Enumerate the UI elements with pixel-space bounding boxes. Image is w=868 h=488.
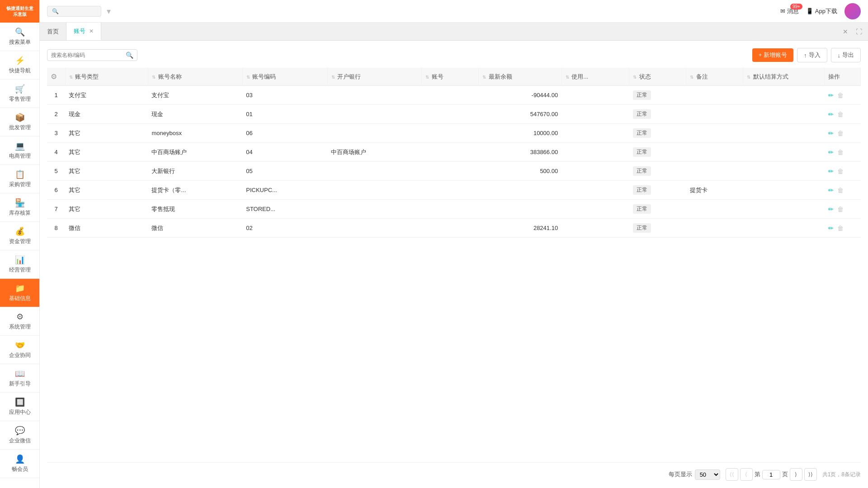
- toolbar-left: 🔍: [47, 49, 137, 61]
- col-usage[interactable]: ⇅ 使用...: [561, 68, 629, 86]
- col-settings[interactable]: ⚙: [47, 68, 65, 86]
- pagination-prev[interactable]: ⟨: [740, 468, 753, 481]
- sidebar-item-purchase[interactable]: 📋 采购管理: [0, 165, 39, 193]
- tab-expand-button[interactable]: ⛶: [854, 26, 864, 37]
- col-status[interactable]: ⇅ 状态: [629, 68, 686, 86]
- shortcut-icon: ⚡: [15, 56, 25, 66]
- edit-icon[interactable]: ✏: [828, 168, 834, 175]
- col-balance[interactable]: ⇅ 最新余额: [479, 68, 561, 86]
- sidebar-item-shortcut[interactable]: ⚡ 快捷导航: [0, 51, 39, 80]
- sidebar-item-wholesale[interactable]: 📦 批发管理: [0, 108, 39, 136]
- sort-type-icon: ⇅: [69, 75, 73, 80]
- search-input[interactable]: [51, 52, 126, 58]
- delete-icon[interactable]: 🗑: [837, 206, 844, 213]
- delete-icon[interactable]: 🗑: [837, 168, 844, 175]
- row-status: 正常: [629, 162, 686, 181]
- col-remark[interactable]: ⇅ 备注: [686, 68, 743, 86]
- sidebar-item-member[interactable]: 👤 畅会员: [0, 450, 39, 478]
- sidebar-item-inventory[interactable]: 🏪 库存核算: [0, 193, 39, 222]
- pagination-first[interactable]: ⟨⟨: [726, 468, 738, 481]
- sidebar-item-basicinfo[interactable]: 📁 基础信息: [0, 279, 39, 307]
- add-account-button[interactable]: + 新增账号: [752, 48, 793, 62]
- sidebar-item-guide[interactable]: 📖 新手引导: [0, 364, 39, 393]
- sort-account-icon: ⇅: [425, 75, 429, 80]
- tab-account[interactable]: 账号 ✕: [66, 23, 101, 40]
- pagination-last[interactable]: ⟩⟩: [804, 468, 817, 481]
- col-code[interactable]: ⇅ 账号编码: [242, 68, 327, 86]
- edit-icon[interactable]: ✏: [828, 225, 834, 232]
- sidebar-item-operations[interactable]: 📊 经营管理: [0, 250, 39, 279]
- delete-icon[interactable]: 🗑: [837, 130, 844, 137]
- per-page-select[interactable]: 50 100 200: [695, 469, 720, 480]
- sidebar-item-wechat[interactable]: 💬 企业微信: [0, 421, 39, 450]
- row-num: 8: [47, 219, 65, 238]
- dropdown-arrow[interactable]: ▾: [107, 6, 111, 16]
- app-download-icon: 📱: [806, 8, 813, 14]
- settings-col-icon[interactable]: ⚙: [51, 73, 57, 80]
- top-search-box[interactable]: 🔍: [47, 6, 101, 17]
- row-account: [422, 162, 479, 181]
- add-account-label: + 新增账号: [759, 51, 787, 59]
- sidebar-item-search[interactable]: 🔍 搜索菜单: [0, 23, 39, 51]
- table-header: ⚙ ⇅ 账号类型 ⇅ 账号名称 ⇅ 账号编码 ⇅: [47, 68, 861, 86]
- row-num: 7: [47, 200, 65, 219]
- col-settlement[interactable]: ⇅ 默认结算方式: [743, 68, 825, 86]
- import-button[interactable]: ↑ 导入: [797, 48, 827, 62]
- edit-icon[interactable]: ✏: [828, 111, 834, 118]
- col-action-label: 操作: [828, 73, 840, 80]
- row-settlement: [743, 143, 825, 162]
- row-actions: ✏ 🗑: [825, 124, 861, 143]
- app-download-button[interactable]: 📱 App下载: [806, 7, 837, 15]
- sidebar-item-agreement[interactable]: 🤝 企业协同: [0, 336, 39, 364]
- col-remark-label: 备注: [696, 73, 708, 80]
- row-code: 01: [242, 105, 327, 124]
- row-remark: 提货卡: [686, 181, 743, 200]
- page-input[interactable]: [762, 470, 780, 479]
- status-badge: 正常: [633, 223, 651, 233]
- sidebar-item-retail[interactable]: 🛒 零售管理: [0, 80, 39, 108]
- user-avatar[interactable]: [844, 3, 861, 19]
- delete-icon[interactable]: 🗑: [837, 187, 844, 194]
- tab-home[interactable]: 首页: [40, 23, 66, 40]
- pagination-next[interactable]: ⟩: [790, 468, 802, 481]
- status-badge: 正常: [633, 128, 651, 138]
- edit-icon[interactable]: ✏: [828, 149, 834, 156]
- agreement-icon: 🤝: [15, 340, 25, 350]
- member-icon: 👤: [15, 454, 25, 464]
- search-menu-icon: 🔍: [15, 27, 25, 37]
- sidebar-item-ecommerce[interactable]: 💻 电商管理: [0, 136, 39, 165]
- col-type[interactable]: ⇅ 账号类型: [65, 68, 148, 86]
- row-settlement: [743, 105, 825, 124]
- sidebar-item-finance[interactable]: 💰 资金管理: [0, 222, 39, 250]
- tab-close-all-button[interactable]: ✕: [840, 26, 851, 37]
- message-button[interactable]: ✉ 消息 99+: [780, 7, 799, 15]
- col-account[interactable]: ⇅ 账号: [422, 68, 479, 86]
- row-actions: ✏ 🗑: [825, 143, 861, 162]
- row-name: 零售抵现: [148, 200, 242, 219]
- edit-icon[interactable]: ✏: [828, 206, 834, 213]
- delete-icon[interactable]: 🗑: [837, 149, 844, 156]
- sidebar-item-system[interactable]: ⚙ 系统管理: [0, 307, 39, 336]
- col-name[interactable]: ⇅ 账号名称: [148, 68, 242, 86]
- delete-icon[interactable]: 🗑: [837, 111, 844, 118]
- row-status: 正常: [629, 181, 686, 200]
- delete-icon[interactable]: 🗑: [837, 92, 844, 99]
- sidebar-item-appcenter[interactable]: 🔲 应用中心: [0, 393, 39, 421]
- row-account: [422, 181, 479, 200]
- export-button[interactable]: ↓ 导出: [831, 48, 861, 62]
- table-row: 5 其它 大新银行 05 500.00 正常 ✏ 🗑: [47, 162, 861, 181]
- edit-icon[interactable]: ✏: [828, 130, 834, 137]
- edit-icon[interactable]: ✏: [828, 187, 834, 194]
- edit-icon[interactable]: ✏: [828, 92, 834, 99]
- operations-icon: 📊: [15, 255, 25, 265]
- search-icon[interactable]: 🔍: [126, 52, 133, 59]
- row-status: 正常: [629, 219, 686, 238]
- col-bank[interactable]: ⇅ 开户银行: [327, 68, 422, 86]
- delete-icon[interactable]: 🗑: [837, 225, 844, 232]
- table-row: 8 微信 微信 02 28241.10 正常 ✏ 🗑: [47, 219, 861, 238]
- row-account: [422, 86, 479, 105]
- row-status: 正常: [629, 124, 686, 143]
- tab-account-close[interactable]: ✕: [89, 28, 94, 34]
- row-status: 正常: [629, 86, 686, 105]
- message-badge: 99+: [790, 4, 802, 9]
